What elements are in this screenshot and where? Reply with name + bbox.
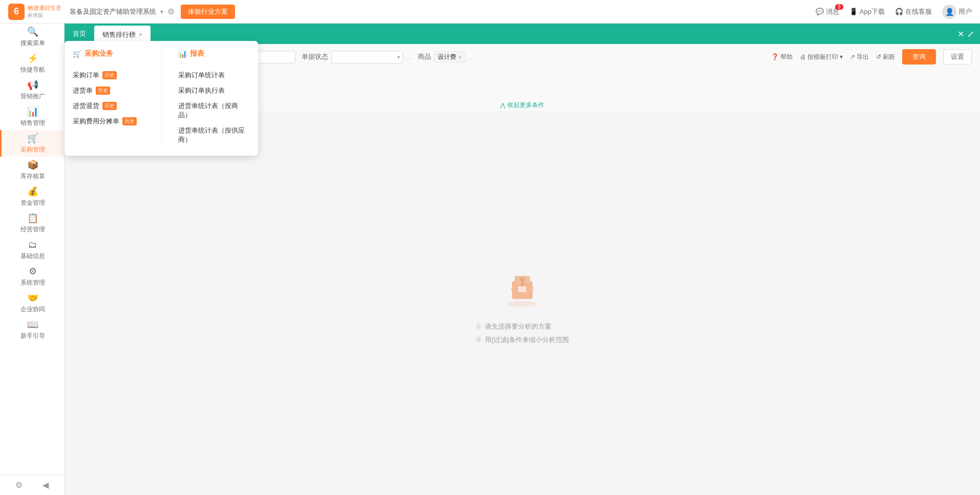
menu-item-inbound[interactable]: 进货单 历史 xyxy=(73,83,145,98)
purchase-section-title: 🛒 采购业务 xyxy=(73,49,145,61)
menu-item-purchase-order[interactable]: 采购订单 历史 xyxy=(73,68,145,83)
menu-item-po-stats[interactable]: 采购订单统计表 xyxy=(178,68,250,83)
reports-menu-section: 📊 报表 采购订单统计表 采购订单执行表 进货单统计表（按商品） 进货单统计表（… xyxy=(178,49,250,147)
purchase-menu-section: 🛒 采购业务 采购订单 历史 进货单 历史 进货退货 历史 采购费用分摊单 历史 xyxy=(73,49,145,147)
menu-item-inbound-stats-by-supplier[interactable]: 进货单统计表（按供应商） xyxy=(178,123,250,147)
menu-item-inbound-stats-by-goods[interactable]: 进货单统计表（按商品） xyxy=(178,98,250,123)
menu-item-inbound-return[interactable]: 进货退货 历史 xyxy=(73,98,145,114)
menu-item-po-exec[interactable]: 采购订单执行表 xyxy=(178,83,250,98)
menu-item-purchase-cost[interactable]: 采购费用分摊单 历史 xyxy=(73,114,145,129)
reports-icon: 📊 xyxy=(178,50,187,58)
purchase-icon: 🛒 xyxy=(73,50,81,58)
reports-section-title: 📊 报表 xyxy=(178,49,250,61)
